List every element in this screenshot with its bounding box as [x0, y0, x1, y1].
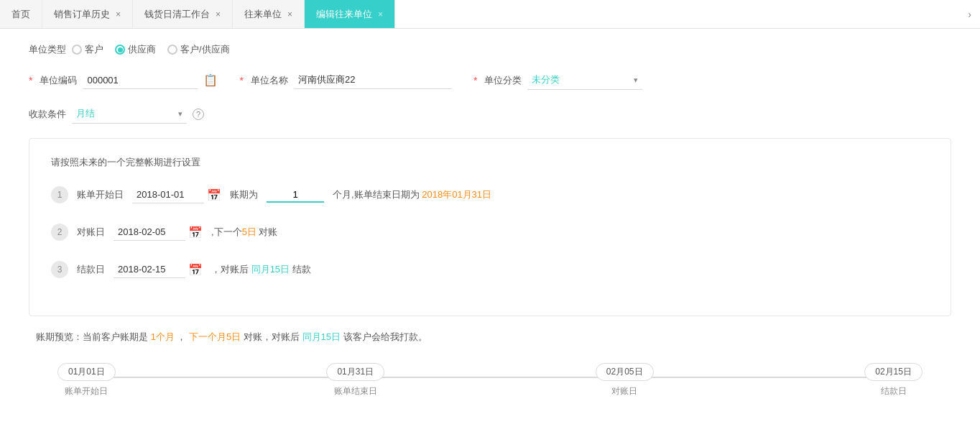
- step3-calendar-icon[interactable]: 📅: [188, 263, 203, 277]
- unit-category-field: * 单位分类 未分类 ▾: [473, 70, 642, 90]
- step1-mid-text: 账期为: [230, 188, 258, 201]
- chevron-down-icon-payment: ▾: [178, 109, 182, 119]
- timeline-line: [86, 377, 894, 378]
- timeline-item-3: 02月05日 对账日: [596, 361, 654, 397]
- step-num-1: 1: [51, 186, 68, 203]
- unit-code-input[interactable]: [83, 72, 198, 89]
- tab-sales-order-history[interactable]: 销售订单历史 ×: [42, 0, 133, 28]
- step1-date-wrap: 📅: [132, 186, 221, 203]
- timeline: 01月01日 账单开始日 01月31日 账单结束日 02月05日 对账日 02月…: [57, 361, 923, 397]
- step-num-2: 2: [51, 224, 68, 241]
- tab-edit-partner[interactable]: 编辑往来单位 ×: [305, 0, 395, 28]
- close-icon[interactable]: ×: [287, 9, 292, 19]
- payment-condition-label: 收款条件: [29, 108, 66, 121]
- calendar-icon[interactable]: 📋: [203, 73, 218, 87]
- close-icon[interactable]: ×: [378, 9, 383, 19]
- step3-highlight-day: 同月15日: [251, 264, 290, 275]
- step2-desc: ,下一个5日 对账: [211, 226, 277, 239]
- timeline-label-4: 结款日: [881, 385, 907, 397]
- unit-category-select[interactable]: 未分类 ▾: [527, 70, 642, 90]
- preview-text: 账期预览：当前客户账期是 1个月 ， 下一个月5日 对账，对账后 同月15日 该…: [29, 331, 951, 344]
- step1-date-input[interactable]: [132, 186, 204, 203]
- tab-partner-units[interactable]: 往来单位 ×: [233, 0, 305, 28]
- step1-suffix: 个月,账单结束日期为 2018年01月31日: [333, 188, 491, 201]
- timeline-badge-1: 01月01日: [57, 363, 116, 381]
- radio-both[interactable]: 客户/供应商: [167, 43, 230, 56]
- unit-code-label: 单位编码: [40, 74, 77, 87]
- tab-home[interactable]: 首页: [0, 0, 42, 28]
- timeline-label-1: 账单开始日: [65, 385, 108, 397]
- settings-card: 请按照未来的一个完整帐期进行设置 1 账单开始日 📅 账期为 个月,账单结束日期…: [29, 138, 951, 316]
- step-label-2: 对账日: [77, 226, 105, 239]
- timeline-badge-4: 02月15日: [864, 363, 923, 381]
- unit-name-label: 单位名称: [251, 74, 288, 87]
- step1-period-input[interactable]: [267, 188, 324, 203]
- step-label-1: 账单开始日: [77, 188, 124, 201]
- required-star-name: *: [239, 75, 243, 86]
- step3-desc: ，对账后 同月15日 结款: [211, 263, 311, 276]
- step-num-3: 3: [51, 261, 68, 278]
- step3-date-wrap: 📅: [114, 261, 203, 278]
- timeline-item-4: 02月15日 结款日: [864, 361, 923, 397]
- tab-cash-reconciliation[interactable]: 钱货日清工作台 ×: [133, 0, 233, 28]
- radio-circle-both: [167, 45, 177, 55]
- payment-condition-row: 收款条件 月结 ▾ ?: [29, 104, 951, 124]
- unit-name-field: * 单位名称: [239, 72, 451, 89]
- radio-supplier[interactable]: 供应商: [115, 43, 156, 56]
- required-star-category: *: [473, 75, 477, 86]
- unit-type-radio-group: 客户 供应商 客户/供应商: [72, 43, 230, 56]
- timeline-badge-2: 01月31日: [326, 363, 384, 381]
- radio-customer[interactable]: 客户: [72, 43, 103, 56]
- step1-end-date: 2018年01月31日: [422, 189, 491, 200]
- unit-code-field: * 单位编码 📋: [29, 72, 218, 89]
- step1-calendar-icon[interactable]: 📅: [207, 188, 221, 202]
- help-icon[interactable]: ?: [193, 109, 204, 120]
- payment-condition-value: 月结: [76, 107, 178, 120]
- timeline-item-1: 01月01日 账单开始日: [57, 361, 116, 397]
- timeline-label-3: 对账日: [611, 385, 637, 397]
- step2-highlight-day: 5日: [242, 226, 256, 237]
- radio-circle-customer: [72, 45, 82, 55]
- timeline-container: 01月01日 账单开始日 01月31日 账单结束日 02月05日 对账日 02月…: [29, 361, 951, 397]
- timeline-badge-3: 02月05日: [596, 363, 654, 381]
- unit-category-label: 单位分类: [484, 74, 522, 87]
- close-icon[interactable]: ×: [116, 9, 121, 19]
- unit-type-field: 单位类型 客户 供应商 客户/供应商: [29, 43, 230, 56]
- unit-type-row: 单位类型 客户 供应商 客户/供应商: [29, 43, 951, 56]
- payment-condition-field: 收款条件 月结 ▾ ?: [29, 104, 204, 124]
- step2-date-wrap: 📅: [114, 224, 203, 241]
- radio-circle-supplier: [115, 45, 125, 55]
- unit-info-row: * 单位编码 📋 * 单位名称 * 单位分类 未分类 ▾: [29, 70, 951, 90]
- close-icon[interactable]: ×: [216, 9, 221, 19]
- chevron-down-icon: ▾: [634, 75, 638, 85]
- required-star-code: *: [29, 75, 32, 86]
- unit-category-value: 未分类: [532, 73, 634, 86]
- main-content: 单位类型 客户 供应商 客户/供应商 * 单位编码: [0, 29, 980, 437]
- step-row-1: 1 账单开始日 📅 账期为 个月,账单结束日期为 2018年01月31日: [51, 186, 929, 203]
- card-title: 请按照未来的一个完整帐期进行设置: [51, 156, 929, 169]
- step-row-3: 3 结款日 📅 ，对账后 同月15日 结款: [51, 261, 929, 278]
- step-row-2: 2 对账日 📅 ,下一个5日 对账: [51, 224, 929, 241]
- tab-scroll-right[interactable]: ›: [959, 9, 980, 20]
- step3-date-input[interactable]: [114, 261, 185, 278]
- step2-calendar-icon[interactable]: 📅: [188, 226, 203, 239]
- unit-type-label: 单位类型: [29, 43, 66, 56]
- timeline-label-2: 账单结束日: [334, 385, 377, 397]
- tabs-bar: 首页 销售订单历史 × 钱货日清工作台 × 往来单位 × 编辑往来单位 × ›: [0, 0, 980, 29]
- unit-name-input[interactable]: [294, 72, 452, 89]
- step2-date-input[interactable]: [114, 224, 185, 241]
- payment-condition-select[interactable]: 月结 ▾: [72, 104, 187, 124]
- step-label-3: 结款日: [77, 263, 105, 276]
- timeline-item-2: 01月31日 账单结束日: [326, 361, 384, 397]
